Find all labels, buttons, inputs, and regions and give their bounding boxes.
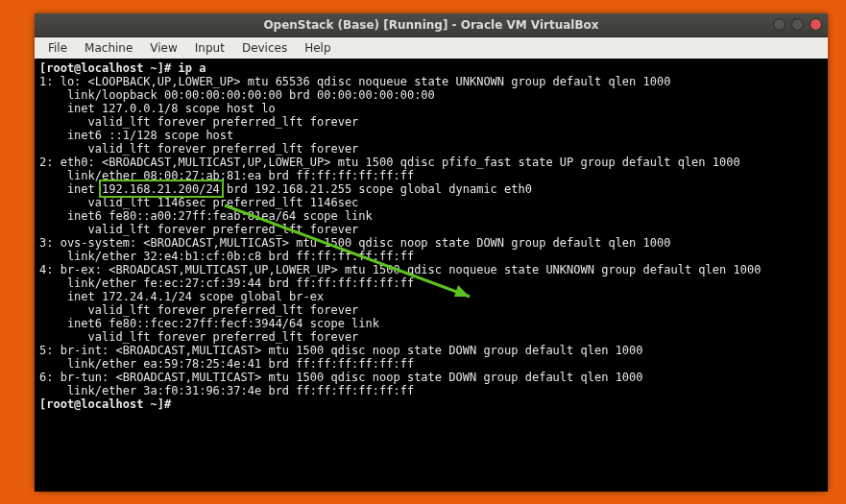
terminal-line: 6: br-tun: <BROADCAST,MULTICAST> mtu 150…: [39, 371, 643, 384]
menu-help[interactable]: Help: [297, 39, 338, 57]
menu-file[interactable]: File: [40, 39, 75, 57]
terminal-line: inet 192.168.21.200/24 brd 192.168.21.25…: [39, 182, 532, 196]
maximize-button[interactable]: [791, 18, 804, 31]
titlebar[interactable]: OpenStack (Base) [Running] - Oracle VM V…: [35, 13, 828, 37]
terminal-line: 4: br-ex: <BROADCAST,MULTICAST,UP,LOWER_…: [39, 263, 761, 276]
window-controls: [773, 18, 822, 31]
menu-machine[interactable]: Machine: [77, 39, 140, 57]
terminal-line: link/ether 08:00:27:ab:81:ea brd ff:ff:f…: [39, 169, 414, 182]
menu-view[interactable]: View: [142, 39, 184, 57]
terminal-line: inet6 ::1/128 scope host: [39, 129, 233, 142]
menu-devices[interactable]: Devices: [234, 39, 295, 57]
terminal-line: valid_lft forever preferred_lft forever: [39, 142, 358, 156]
terminal-line: link/loopback 00:00:00:00:00:00 brd 00:0…: [39, 88, 435, 102]
menubar: File Machine View Input Devices Help: [35, 37, 828, 59]
terminal-line: 3: ovs-system: <BROADCAST,MULTICAST> mtu…: [39, 236, 670, 250]
terminal-line: link/ether ea:59:78:25:4e:41 brd ff:ff:f…: [39, 357, 414, 371]
terminal-line: inet6 fe80::fcec:27ff:fecf:3944/64 scope…: [39, 317, 379, 330]
terminal-line: link/ether 32:e4:b1:cf:0b:c8 brd ff:ff:f…: [39, 250, 414, 263]
terminal[interactable]: [root@localhost ~]# ip a 1: lo: <LOOPBAC…: [35, 59, 828, 492]
terminal-line: inet6 fe80::a00:27ff:feab:81ea/64 scope …: [39, 209, 373, 223]
terminal-line: valid_lft forever preferred_lft forever: [39, 115, 358, 129]
minimize-button[interactable]: [773, 18, 786, 31]
terminal-line: valid_lft forever preferred_lft forever: [39, 330, 358, 344]
terminal-line: valid_lft 1146sec preferred_lft 1146sec: [39, 196, 358, 209]
terminal-line: link/ether 3a:f0:31:96:37:4e brd ff:ff:f…: [39, 384, 414, 397]
terminal-line: link/ether fe:ec:27:cf:39:44 brd ff:ff:f…: [39, 276, 414, 290]
terminal-line: valid_lft forever preferred_lft forever: [39, 303, 358, 317]
vm-window: OpenStack (Base) [Running] - Oracle VM V…: [35, 13, 828, 492]
terminal-line: 1: lo: <LOOPBACK,UP,LOWER_UP> mtu 65536 …: [39, 75, 670, 88]
prompt-line-2: [root@localhost ~]#: [39, 397, 179, 411]
close-button[interactable]: [810, 18, 822, 31]
terminal-line: inet 127.0.0.1/8 scope host lo: [39, 102, 276, 115]
terminal-line: valid_lft forever preferred_lft forever: [39, 223, 358, 236]
menu-input[interactable]: Input: [187, 39, 232, 57]
terminal-line: inet 172.24.4.1/24 scope global br-ex: [39, 290, 324, 303]
terminal-line: 5: br-int: <BROADCAST,MULTICAST> mtu 150…: [39, 344, 643, 357]
window-title: OpenStack (Base) [Running] - Oracle VM V…: [263, 18, 598, 32]
terminal-line: 2: eth0: <BROADCAST,MULTICAST,UP,LOWER_U…: [39, 156, 740, 169]
prompt-line-1: [root@localhost ~]# ip a: [39, 61, 205, 75]
svg-marker-1: [454, 285, 470, 297]
